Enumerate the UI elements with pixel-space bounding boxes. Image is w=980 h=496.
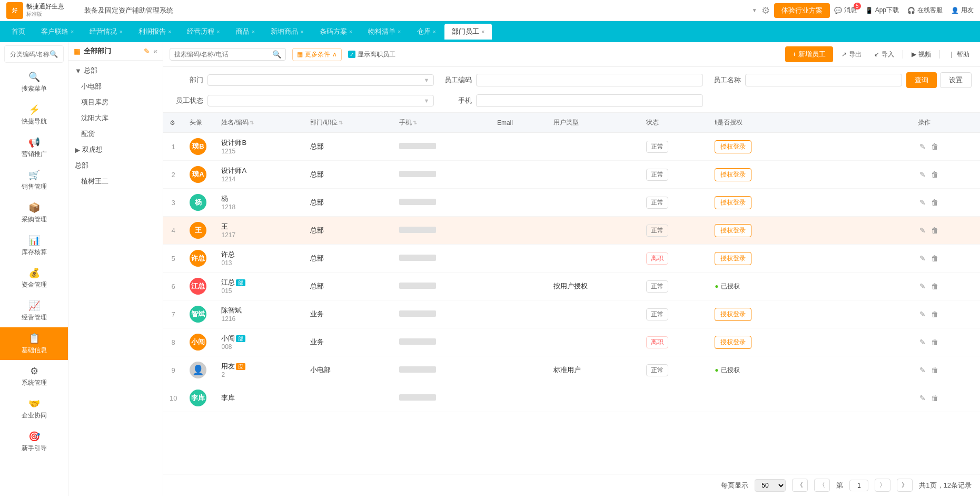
sidebar-item-quicknav[interactable]: ⚡ 快捷导航 [0, 99, 68, 131]
tab-customer-close[interactable]: × [71, 28, 74, 35]
dept-tree-item-general[interactable]: ▼ 总部 [68, 63, 163, 79]
tab-bizhistory-close[interactable]: × [216, 28, 220, 35]
dept-tree-item-zhishu[interactable]: 植树王二 [68, 173, 163, 189]
export-btn[interactable]: ↗ 导出 [837, 48, 866, 61]
tab-goods[interactable]: 商品× [229, 24, 262, 40]
tab-goods-close[interactable]: × [252, 28, 255, 35]
edit-icon-2[interactable]: ✎ [919, 198, 926, 207]
edit-icon-3[interactable]: ✎ [919, 226, 926, 235]
edit-icon-1[interactable]: ✎ [919, 170, 926, 179]
auth-btn-2[interactable]: 授权登录 [715, 196, 751, 209]
auth-btn-1[interactable]: 授权登录 [715, 168, 751, 181]
dept-tree-item-xiao[interactable]: 小电部 [68, 79, 163, 94]
next-page-btn[interactable]: 〉 [875, 479, 890, 492]
page-size-select[interactable]: 50 100 200 [755, 479, 786, 492]
import-btn[interactable]: ↙ 导入 [870, 48, 898, 61]
delete-icon-0[interactable]: 🗑 [931, 142, 938, 151]
tab-barcode[interactable]: 条码方案× [312, 24, 360, 40]
app-download-btn[interactable]: 📱 App下载 [865, 6, 899, 15]
auth-btn-3[interactable]: 授权登录 [715, 224, 751, 237]
dept-sort-icon[interactable]: ⇅ [339, 120, 343, 125]
th-phone[interactable]: 手机⇅ [393, 113, 491, 133]
prev-page-btn[interactable]: 〈 [814, 479, 830, 492]
message-btn[interactable]: 💬 消息 5 [834, 6, 857, 15]
edit-icon-9[interactable]: ✎ [919, 394, 926, 402]
reset-button[interactable]: 设置 [940, 72, 972, 88]
dept-collapse-icon[interactable]: « [153, 47, 157, 55]
page-num-input[interactable] [849, 480, 868, 491]
online-service-btn[interactable]: 🎧 在线客服 [907, 6, 943, 15]
tab-warehouse[interactable]: 仓库× [410, 24, 443, 40]
sidebar-search-input[interactable] [10, 51, 50, 58]
tab-bom-close[interactable]: × [398, 28, 401, 35]
tab-warehouse-close[interactable]: × [433, 28, 436, 35]
dept-tree-item-zongbu[interactable]: 总部 [68, 158, 163, 173]
sidebar-search-icon[interactable]: 🔍 [50, 50, 58, 58]
tab-dept-staff[interactable]: 部门员工× [444, 24, 492, 40]
phone-sort-icon[interactable]: ⇅ [413, 120, 417, 125]
filter-empname-input[interactable] [745, 74, 902, 86]
dept-tree-item-shenyang[interactable]: 沈阳大库 [68, 110, 163, 126]
delete-icon-2[interactable]: 🗑 [931, 198, 938, 207]
add-employee-button[interactable]: + 新增员工 [785, 46, 833, 62]
edit-icon-5[interactable]: ✎ [919, 282, 926, 290]
auth-btn-0[interactable]: 授权登录 [715, 140, 751, 153]
dept-tree-item-peihuo[interactable]: 配货 [68, 126, 163, 142]
settings-icon[interactable]: ⚙ [761, 5, 770, 16]
delete-icon-6[interactable]: 🗑 [931, 310, 938, 318]
sidebar-item-basic[interactable]: 📋 基础信息 [0, 327, 68, 360]
dept-tree-item-shuang[interactable]: ▶ 双虎想 [68, 142, 163, 158]
query-button[interactable]: 查询 [906, 72, 937, 88]
th-name[interactable]: 姓名/编码⇅ [215, 113, 304, 133]
delete-icon-4[interactable]: 🗑 [931, 254, 938, 262]
tab-addgoods-close[interactable]: × [300, 28, 303, 35]
sidebar-item-system[interactable]: ⚙ 系统管理 [0, 360, 68, 393]
edit-icon-0[interactable]: ✎ [919, 142, 926, 151]
sidebar-item-marketing[interactable]: 📢 营销推广 [0, 131, 68, 164]
th-dept[interactable]: 部门/职位⇅ [304, 113, 393, 133]
tab-customer[interactable]: 客户联络× [34, 24, 81, 40]
delete-icon-7[interactable]: 🗑 [931, 338, 938, 346]
dept-tree-item-proj[interactable]: 项目库房 [68, 94, 163, 110]
trial-button[interactable]: 体验行业方案 [774, 3, 830, 18]
edit-icon-6[interactable]: ✎ [919, 310, 926, 318]
delete-icon-3[interactable]: 🗑 [931, 226, 938, 235]
dept-edit-icon[interactable]: ✎ [144, 47, 150, 55]
sidebar-item-mgmt[interactable]: 📈 经营管理 [0, 295, 68, 327]
auth-btn-6[interactable]: 授权登录 [715, 308, 751, 321]
sidebar-item-purchase[interactable]: 📦 采购管理 [0, 197, 68, 229]
dimission-checkbox[interactable]: ✓ [348, 51, 355, 58]
sidebar-item-sales[interactable]: 🛒 销售管理 [0, 164, 68, 197]
first-page-btn[interactable]: 《 [792, 479, 808, 492]
filter-phone-input[interactable] [476, 94, 702, 107]
sidebar-item-finance[interactable]: 💰 资金管理 [0, 262, 68, 295]
tab-operation-close[interactable]: × [119, 28, 122, 35]
tab-home[interactable]: 首页 [4, 24, 33, 40]
view-btn[interactable]: ▶ 视频 [907, 48, 935, 61]
tab-operation[interactable]: 经营情况× [82, 24, 130, 40]
search-icon[interactable]: 🔍 [272, 50, 281, 59]
help-btn[interactable]: ｜ 帮助 [944, 48, 974, 61]
search-input[interactable] [174, 51, 269, 58]
delete-icon-1[interactable]: 🗑 [931, 170, 938, 179]
tab-barcode-close[interactable]: × [349, 28, 352, 35]
sys-dropdown-icon[interactable]: ▼ [752, 7, 757, 13]
edit-icon-4[interactable]: ✎ [919, 254, 926, 262]
th-settings[interactable]: ⚙ [163, 113, 183, 133]
tab-profit-close[interactable]: × [168, 28, 171, 35]
sidebar-item-inventory[interactable]: 📊 库存核算 [0, 229, 68, 262]
filter-empcode-input[interactable] [476, 74, 702, 86]
delete-icon-5[interactable]: 🗑 [931, 282, 938, 290]
tab-bom[interactable]: 物料清单× [361, 24, 408, 40]
sidebar-item-guide[interactable]: 🎯 新手引导 [0, 425, 68, 458]
tab-profit[interactable]: 利润报告× [131, 24, 179, 40]
edit-icon-8[interactable]: ✎ [919, 366, 926, 374]
filter-dept-select[interactable]: ▼ [207, 74, 434, 86]
sidebar-item-collab[interactable]: 🤝 企业协同 [0, 393, 68, 425]
auth-btn-4[interactable]: 授权登录 [715, 252, 751, 265]
filter-status-select[interactable]: ▼ [207, 95, 434, 106]
sidebar-item-search[interactable]: 🔍 搜索菜单 [0, 66, 68, 99]
tab-deptstaff-close[interactable]: × [481, 28, 484, 35]
delete-icon-9[interactable]: 🗑 [931, 394, 938, 402]
last-page-btn[interactable]: 》 [897, 479, 913, 492]
